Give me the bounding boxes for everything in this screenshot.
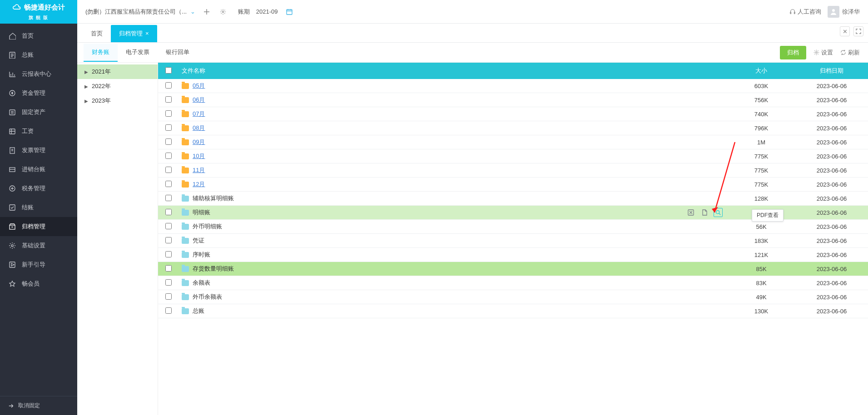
table-row[interactable]: 存货数量明细账85K2023-06-06 — [158, 262, 868, 276]
row-checkbox[interactable] — [165, 237, 172, 243]
file-name: 外币明细账 — [193, 222, 222, 231]
sidebar-item-archive[interactable]: 归档管理 — [0, 217, 77, 236]
row-checkbox[interactable] — [165, 96, 172, 103]
file-link[interactable]: 12月 — [193, 180, 205, 188]
table-row[interactable]: 外币余额表49K2023-06-06 — [158, 290, 868, 304]
file-link[interactable]: 07月 — [193, 110, 205, 118]
sidebar-item-ledger[interactable]: 总账 — [0, 45, 77, 64]
table-row[interactable]: 总账130K2023-06-06 — [158, 304, 868, 318]
sidebar-item-invoice[interactable]: 发票管理 — [0, 141, 77, 160]
file-name: 总账 — [193, 307, 204, 315]
sidebar-item-member[interactable]: 畅会员 — [0, 274, 77, 293]
file-link[interactable]: 09月 — [193, 138, 205, 146]
close-icon — [8, 203, 16, 212]
file-link[interactable]: 08月 — [193, 124, 205, 132]
table-row[interactable]: 外币明细账56K2023-06-06 — [158, 220, 868, 234]
row-checkbox[interactable] — [165, 110, 172, 117]
sidebar-item-guide[interactable]: 新手引导 — [0, 255, 77, 274]
table-row[interactable]: 序时账121K2023-06-06 — [158, 248, 868, 262]
company-name: (勿删）江西服宝精品有限责任公司（... — [85, 8, 187, 15]
table-row[interactable]: 05月603K2023-06-06 — [158, 79, 868, 93]
sidebar-item-label: 畅会员 — [22, 280, 40, 288]
tab-首页[interactable]: 首页 — [83, 25, 111, 42]
table-row[interactable]: 凭证183K2023-06-06 — [158, 234, 868, 248]
setting-icon — [8, 242, 16, 250]
inner-tab-银行回单[interactable]: 银行回单 — [158, 44, 198, 62]
sidebar-item-chart[interactable]: 云报表中心 — [0, 64, 77, 84]
user-menu[interactable]: 徐泽华 — [828, 6, 860, 18]
add-button[interactable] — [202, 7, 212, 17]
table-row[interactable]: 09月1M2023-06-06 — [158, 135, 868, 149]
tree-item-year[interactable]: ▶2022年 — [77, 79, 158, 94]
tree-item-year[interactable]: ▶2023年 — [77, 94, 158, 108]
sidebar-item-label: 基础设置 — [22, 242, 45, 250]
cell-size: 83K — [727, 280, 795, 287]
row-checkbox[interactable] — [165, 153, 172, 159]
row-checkbox[interactable] — [165, 181, 172, 187]
folder-icon — [182, 83, 189, 89]
sidebar-item-home[interactable]: 首页 — [0, 26, 77, 45]
file-link[interactable]: 11月 — [193, 166, 205, 174]
file-link[interactable]: 10月 — [193, 152, 205, 160]
sidebar-item-inout[interactable]: 进销台账 — [0, 160, 77, 179]
select-all-checkbox[interactable] — [165, 67, 172, 74]
table-row[interactable]: 10月775K2023-06-06 — [158, 149, 868, 163]
sidebar-item-tax[interactable]: 税务管理 — [0, 179, 77, 198]
row-checkbox[interactable] — [165, 265, 172, 272]
table-row[interactable]: 06月756K2023-06-06 — [158, 93, 868, 107]
refresh-button[interactable]: 刷新 — [840, 49, 860, 57]
sidebar-item-wage[interactable]: 工资 — [0, 122, 77, 141]
tree-item-label: 2023年 — [92, 97, 111, 105]
row-checkbox[interactable] — [165, 209, 172, 215]
download-excel-icon[interactable] — [686, 208, 695, 217]
table-row[interactable]: 11月775K2023-06-06 — [158, 163, 868, 178]
sidebar-pin-toggle[interactable]: 取消固定 — [0, 396, 77, 415]
file-name: 余额表 — [193, 279, 210, 287]
table-row[interactable]: 余额表83K2023-06-06 — [158, 276, 868, 290]
inner-tab-电子发票[interactable]: 电子发票 — [118, 44, 158, 62]
chevron-right-icon: ▶ — [84, 84, 88, 89]
file-link[interactable]: 06月 — [193, 96, 205, 104]
file-link[interactable]: 05月 — [193, 82, 205, 90]
sidebar-item-fund[interactable]: 资金管理 — [0, 84, 77, 103]
row-checkbox[interactable] — [165, 124, 172, 131]
archive-button[interactable]: 归档 — [780, 46, 806, 59]
cell-date: 2023-06-06 — [795, 209, 868, 216]
table-row[interactable]: 辅助核算明细账128K2023-06-06 — [158, 192, 868, 206]
company-selector[interactable]: (勿删）江西服宝精品有限责任公司（... ⌄ — [85, 8, 195, 16]
sidebar-item-setting[interactable]: 基础设置 — [0, 236, 77, 255]
file-name: 外币余额表 — [193, 293, 222, 301]
row-checkbox[interactable] — [165, 223, 172, 229]
sidebar-item-close[interactable]: 结账 — [0, 198, 77, 217]
home-icon — [8, 32, 16, 40]
row-checkbox[interactable] — [165, 279, 172, 286]
cell-size: 603K — [727, 83, 795, 89]
period-value[interactable]: 2021-09 — [256, 8, 278, 15]
row-checkbox[interactable] — [165, 82, 172, 89]
row-checkbox[interactable] — [165, 307, 172, 314]
row-checkbox[interactable] — [165, 293, 172, 300]
row-checkbox[interactable] — [165, 167, 172, 173]
calendar-icon[interactable] — [284, 7, 294, 17]
tree-item-year[interactable]: ▶2021年 — [77, 64, 158, 79]
cell-size: 49K — [727, 294, 795, 301]
tab-归档管理[interactable]: 归档管理× — [111, 25, 157, 42]
table-row[interactable]: 08月796K2023-06-06 — [158, 121, 868, 135]
avatar-icon — [828, 6, 839, 18]
table-row[interactable]: 07月740K2023-06-06 — [158, 107, 868, 121]
download-pdf-icon[interactable] — [700, 208, 709, 217]
settings-button[interactable]: 设置 — [813, 49, 833, 57]
inner-tab-财务账[interactable]: 财务账 — [84, 44, 118, 62]
pdf-view-icon[interactable] — [714, 208, 723, 217]
row-checkbox[interactable] — [165, 138, 172, 145]
fullscreen-button[interactable] — [853, 26, 863, 36]
close-all-tabs-button[interactable]: ✕ — [840, 26, 850, 36]
close-icon[interactable]: × — [145, 30, 149, 37]
row-checkbox[interactable] — [165, 195, 172, 201]
consult-button[interactable]: 人工咨询 — [789, 8, 821, 16]
ledger-icon — [8, 51, 16, 59]
sidebar-item-asset[interactable]: 固定资产 — [0, 103, 77, 122]
gear-icon[interactable] — [218, 7, 228, 17]
row-checkbox[interactable] — [165, 251, 172, 257]
table-row[interactable]: 12月775K2023-06-06 — [158, 178, 868, 192]
